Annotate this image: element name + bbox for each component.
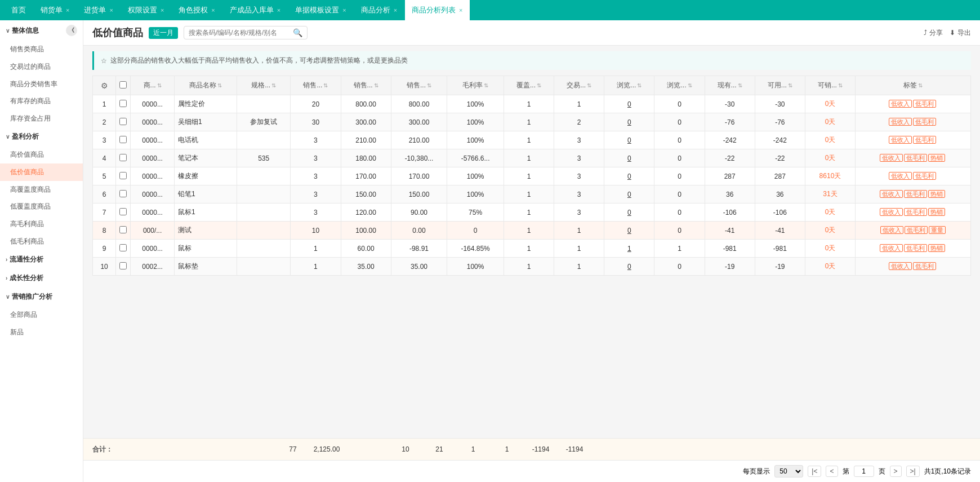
- row-checkbox[interactable]: [119, 208, 127, 215]
- sidebar-item-traded-products[interactable]: 交易过的商品: [0, 58, 83, 76]
- cell-browse1[interactable]: 0: [604, 95, 654, 113]
- nav-sales[interactable]: 销货单 ×: [34, 0, 76, 20]
- row-checkbox[interactable]: [119, 262, 127, 269]
- th-checkbox[interactable]: [116, 76, 131, 95]
- per-page-select[interactable]: 50 100 200: [774, 465, 803, 477]
- sidebar-item-high-value[interactable]: 高价值商品: [0, 146, 83, 163]
- cell-browse1[interactable]: 0: [604, 222, 654, 240]
- prev-page-btn[interactable]: <: [826, 466, 838, 477]
- row-checkbox[interactable]: [119, 100, 127, 107]
- th-gear[interactable]: ⚙: [93, 76, 116, 95]
- share-btn[interactable]: ⤴ 分享: [924, 28, 943, 38]
- nav-purchase[interactable]: 进货单 ×: [77, 0, 119, 20]
- sidebar-item-low-value[interactable]: 低价值商品: [0, 163, 83, 181]
- sidebar-item-low-coverage[interactable]: 低覆盖度商品: [0, 198, 83, 215]
- cell-checkbox[interactable]: [116, 240, 131, 258]
- browse1-val[interactable]: 0: [627, 209, 631, 216]
- cell-name[interactable]: 鼠标: [174, 240, 237, 258]
- table-row: 5 0000... 橡皮擦 3 170.00 170.00 100% 1 3 0…: [93, 167, 971, 185]
- row-checkbox[interactable]: [119, 244, 127, 251]
- nav-template[interactable]: 单据模板设置 ×: [288, 0, 353, 20]
- page-input[interactable]: [854, 466, 874, 477]
- cell-checkbox[interactable]: [116, 204, 131, 222]
- cell-name[interactable]: 鼠标1: [174, 204, 237, 222]
- sidebar-item-capital[interactable]: 库存资金占用: [0, 110, 83, 127]
- nav-product-analysis-list[interactable]: 商品分析列表 ×: [405, 0, 469, 20]
- row-checkbox[interactable]: [119, 172, 127, 179]
- cell-checkbox[interactable]: [116, 113, 131, 131]
- cell-browse1[interactable]: 0: [604, 167, 654, 185]
- first-page-btn[interactable]: |<: [808, 466, 821, 477]
- cell-checkbox[interactable]: [116, 222, 131, 240]
- cell-name[interactable]: 笔记本: [174, 149, 237, 167]
- cell-checkbox[interactable]: [116, 167, 131, 185]
- cell-checkbox[interactable]: [116, 149, 131, 167]
- cell-checkbox[interactable]: [116, 258, 131, 276]
- browse1-val[interactable]: 0: [627, 118, 631, 126]
- next-page-btn[interactable]: >: [890, 466, 902, 477]
- search-icon[interactable]: 🔍: [293, 28, 302, 37]
- cell-browse1[interactable]: 1: [604, 240, 654, 258]
- sidebar-item-sales-products[interactable]: 销售类商品: [0, 41, 83, 58]
- sidebar-item-all-products[interactable]: 全部商品: [0, 306, 83, 324]
- cell-checkbox[interactable]: [116, 131, 131, 149]
- sidebar-item-new-products[interactable]: 新品: [0, 324, 83, 341]
- cell-checkbox[interactable]: [116, 185, 131, 204]
- row-checkbox[interactable]: [119, 136, 127, 143]
- sidebar-section-circulation[interactable]: › 流通性分析: [0, 250, 83, 269]
- nav-product-analysis[interactable]: 商品分析 ×: [354, 0, 404, 20]
- browse1-val[interactable]: 0: [627, 227, 631, 235]
- nav-product-in[interactable]: 产成品入库单 ×: [223, 0, 287, 20]
- gear-icon[interactable]: ⚙: [101, 81, 108, 90]
- last-page-btn[interactable]: >|: [906, 466, 920, 477]
- cell-name[interactable]: 吴细细1: [174, 113, 237, 131]
- sidebar-collapse-btn[interactable]: 《: [66, 25, 77, 36]
- cell-browse1[interactable]: 0: [604, 204, 654, 222]
- sidebar-item-high-coverage[interactable]: 高覆盖度商品: [0, 181, 83, 198]
- cell-name[interactable]: 属性定价: [174, 95, 237, 113]
- cell-tags: 低收入低毛利重量: [856, 222, 971, 240]
- cell-name[interactable]: 测试: [174, 222, 237, 240]
- sidebar-section-profit[interactable]: ∨ 盈利分析: [0, 127, 83, 146]
- row-checkbox[interactable]: [119, 118, 127, 125]
- sidebar-item-category-rate[interactable]: 商品分类销售率: [0, 76, 83, 93]
- sidebar-section-overall[interactable]: ∨ 整体信息 《: [0, 20, 83, 41]
- sidebar-item-high-margin[interactable]: 高毛利商品: [0, 215, 83, 233]
- cell-browse2: 0: [654, 204, 705, 222]
- nav-home[interactable]: 首页: [5, 0, 33, 20]
- export-btn[interactable]: ⬇ 导出: [950, 28, 971, 38]
- search-input[interactable]: [189, 29, 293, 37]
- cell-browse1[interactable]: 0: [604, 149, 654, 167]
- cell-name[interactable]: 鼠标垫: [174, 258, 237, 276]
- sidebar-item-low-margin[interactable]: 低毛利商品: [0, 233, 83, 250]
- browse1-val[interactable]: 0: [627, 154, 631, 162]
- browse1-val[interactable]: 0: [627, 173, 631, 180]
- nav-permission[interactable]: 权限设置 ×: [121, 0, 171, 20]
- row-checkbox[interactable]: [119, 190, 127, 197]
- cell-browse1[interactable]: 0: [604, 113, 654, 131]
- cell-coverage: 1: [504, 167, 554, 185]
- sidebar-section-marketing[interactable]: ∨ 营销推广分析: [0, 288, 83, 306]
- cell-name[interactable]: 铅笔1: [174, 185, 237, 204]
- cell-name[interactable]: 橡皮擦: [174, 167, 237, 185]
- cell-browse1[interactable]: 0: [604, 258, 654, 276]
- nav-role[interactable]: 角色授权 ×: [172, 0, 221, 20]
- sidebar-section-growth[interactable]: › 成长性分析: [0, 269, 83, 288]
- browse1-val[interactable]: 0: [627, 136, 631, 144]
- browse1-val[interactable]: 1: [627, 245, 631, 253]
- sidebar-item-stock-products[interactable]: 有库存的商品: [0, 92, 83, 110]
- cell-name[interactable]: 电话机: [174, 131, 237, 149]
- browse1-val[interactable]: 0: [627, 100, 631, 108]
- time-filter-btn[interactable]: 近一月: [149, 27, 178, 39]
- browse1-val[interactable]: 0: [627, 263, 631, 271]
- cell-browse1[interactable]: 0: [604, 131, 654, 149]
- row-checkbox[interactable]: [119, 154, 127, 161]
- row-checkbox[interactable]: [119, 226, 127, 233]
- select-all-checkbox[interactable]: [119, 81, 127, 89]
- cell-sales-qty: 20: [291, 95, 341, 113]
- cell-checkbox[interactable]: [116, 95, 131, 113]
- browse1-val[interactable]: 0: [627, 191, 631, 198]
- cell-spec: [237, 222, 290, 240]
- cell-browse1[interactable]: 0: [604, 185, 654, 204]
- cell-tags: 低收入低毛利: [856, 95, 971, 113]
